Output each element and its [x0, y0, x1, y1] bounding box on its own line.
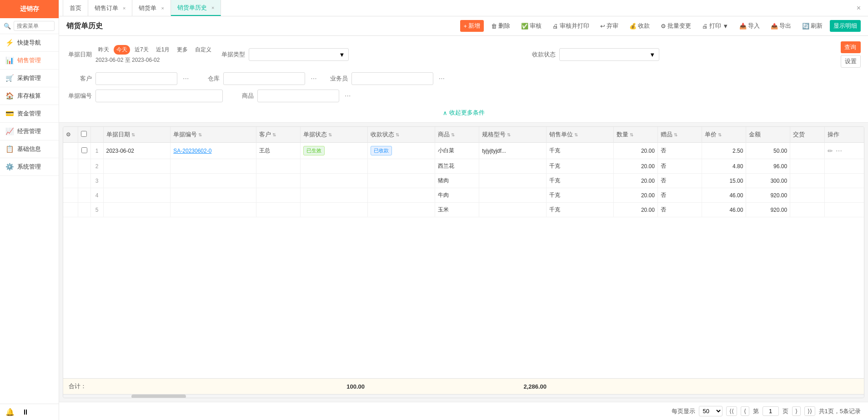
th-gift[interactable]: 赠品 ⇅: [657, 127, 702, 143]
filter-staff-input[interactable]: [351, 72, 433, 85]
sidebar-item-system-mgmt[interactable]: ⚙️ 系统管理: [0, 158, 59, 176]
print-button[interactable]: 🖨 打印 ▼: [698, 20, 732, 32]
sidebar-item-sales-mgmt[interactable]: 📊 销售管理: [0, 52, 59, 70]
page-prev-button[interactable]: ⟨: [741, 406, 749, 416]
td-docno-2[interactable]: [171, 174, 256, 188]
filter-doc-no-input[interactable]: [95, 90, 223, 102]
sort-qty-icon: ⇅: [630, 132, 633, 137]
th-checkbox[interactable]: [78, 127, 90, 143]
date-tag-custom[interactable]: 自定义: [192, 45, 214, 55]
filter-goods-input[interactable]: [257, 90, 339, 102]
td-docno-4[interactable]: [171, 203, 256, 217]
th-doc-no[interactable]: 单据编号 ⇅: [171, 127, 256, 143]
date-tag-7days[interactable]: 近7天: [132, 45, 151, 55]
td-trade-2: [790, 174, 825, 188]
collapse-button[interactable]: ∧ 收起更多条件: [66, 107, 861, 120]
th-doc-status[interactable]: 单据状态 ⇅: [301, 127, 368, 143]
sidebar-item-quick-nav[interactable]: ⚡ 快捷导航: [0, 34, 59, 52]
refresh-button[interactable]: 🔄 刷新: [798, 20, 826, 32]
date-tag-today[interactable]: 今天: [114, 45, 130, 55]
filter-pay-status-select[interactable]: ▼: [559, 48, 659, 61]
delete-button[interactable]: 🗑 删除: [487, 20, 514, 32]
filter-pay-status-arrow: ▼: [649, 51, 655, 58]
discard-button[interactable]: ↩ 弃审: [597, 20, 622, 32]
th-customer[interactable]: 客户 ⇅: [256, 127, 301, 143]
td-goods-3: 牛肉: [435, 188, 479, 203]
td-docno-1[interactable]: [171, 159, 256, 174]
sidebar-item-purchase-mgmt[interactable]: 🛒 采购管理: [0, 70, 59, 87]
th-price[interactable]: 单价 ⇅: [702, 127, 746, 143]
page-next-button[interactable]: ⟩: [792, 406, 801, 416]
td-date-3: [103, 188, 171, 203]
edit-icon-0[interactable]: ✏: [828, 147, 833, 155]
footer-values: 100.00 2,286.00: [92, 383, 547, 390]
tab-bar-close-all[interactable]: ×: [853, 4, 864, 12]
td-checkbox-3[interactable]: [78, 188, 90, 203]
td-checkbox-4[interactable]: [78, 203, 90, 217]
new-button[interactable]: + 新增: [460, 20, 484, 32]
query-button[interactable]: 查询: [841, 41, 861, 53]
import-button[interactable]: 📥 导入: [736, 20, 763, 32]
notification-icon[interactable]: 🔔: [5, 408, 15, 416]
tab-sales-delivery-close[interactable]: ×: [161, 5, 164, 11]
horizontal-scrollbar[interactable]: [63, 394, 864, 398]
filter-warehouse-dots[interactable]: ···: [311, 75, 316, 83]
filter-doc-type-select[interactable]: ▼: [249, 48, 349, 61]
total-records-label: 共1页，5条记录: [819, 407, 861, 415]
filter-customer-dots[interactable]: ···: [183, 75, 189, 83]
filter-warehouse-input[interactable]: [223, 72, 305, 85]
td-checkbox-1[interactable]: [78, 159, 90, 174]
filter-staff-dots[interactable]: ···: [439, 75, 445, 83]
show-detail-button[interactable]: 显示明细: [830, 20, 861, 32]
page-last-button[interactable]: ⟩⟩: [804, 406, 815, 416]
filter-customer-input[interactable]: [95, 72, 177, 85]
sidebar-item-basic-info[interactable]: 📋 基础信息: [0, 140, 59, 158]
audit-button[interactable]: ✅ 审核: [517, 20, 545, 32]
date-tag-more[interactable]: 更多: [174, 45, 191, 55]
per-page-select[interactable]: 50 100 200: [699, 406, 722, 416]
sidebar-item-inventory[interactable]: 🏠 库存核算: [0, 87, 59, 105]
search-icon: 🔍: [4, 23, 11, 30]
th-date[interactable]: 单据日期 ⇅: [103, 127, 171, 143]
tab-sales-history-close[interactable]: ×: [211, 5, 214, 10]
sidebar-search-bar[interactable]: 🔍: [0, 18, 59, 34]
td-checkbox-0[interactable]: [78, 143, 90, 159]
tab-sales-delivery[interactable]: 销货单 ×: [132, 0, 171, 16]
audit-print-button[interactable]: 🖨 审核并打印: [549, 20, 593, 32]
th-gear[interactable]: ⚙: [63, 127, 78, 143]
tab-sales-order[interactable]: 销售订单 ×: [88, 0, 132, 16]
th-spec[interactable]: 规格型号 ⇅: [479, 127, 547, 143]
batch-change-button[interactable]: ⚙ 批量变更: [657, 20, 695, 32]
filter-goods-dots[interactable]: ···: [345, 92, 351, 100]
tab-home[interactable]: 首页: [63, 0, 88, 16]
date-tag-1month[interactable]: 近1月: [153, 45, 173, 55]
table-scroll-area[interactable]: ⚙ 单据日期 ⇅: [63, 127, 864, 378]
page-first-button[interactable]: ⟨⟨: [726, 406, 737, 416]
td-docno-0[interactable]: SA-20230602-0: [171, 143, 256, 159]
tab-sales-order-close[interactable]: ×: [123, 5, 125, 11]
th-pay-status[interactable]: 收款状态 ⇅: [368, 127, 435, 143]
td-docno-3[interactable]: [171, 188, 256, 203]
th-qty[interactable]: 数量 ⇅: [613, 127, 657, 143]
settings-filter-button[interactable]: 设置: [841, 55, 861, 68]
sidebar-search-input[interactable]: [14, 21, 55, 31]
filter-goods: 商品 ···: [228, 90, 351, 102]
td-action-2: [824, 174, 864, 188]
scrollbar-thumb[interactable]: [131, 395, 186, 398]
td-unit-4: 千克: [546, 203, 613, 217]
pause-icon[interactable]: ⏸: [22, 408, 29, 416]
export-button[interactable]: 📤 导出: [767, 20, 795, 32]
th-unit[interactable]: 销售单位 ⇅: [546, 127, 613, 143]
sidebar-item-fund-mgmt[interactable]: 💳 资金管理: [0, 105, 59, 123]
date-tag-yesterday[interactable]: 昨天: [95, 45, 112, 55]
select-all-checkbox[interactable]: [81, 131, 87, 137]
sidebar-item-operations[interactable]: 📈 经营管理: [0, 123, 59, 140]
tab-sales-history[interactable]: 销货单历史 ×: [171, 0, 221, 16]
td-checkbox-2[interactable]: [78, 174, 90, 188]
td-paystatus-1: [368, 159, 435, 174]
more-icon-0[interactable]: ⋯: [836, 147, 842, 155]
page-input[interactable]: 1: [763, 406, 779, 416]
collect-button[interactable]: 💰 收款: [626, 20, 653, 32]
th-goods[interactable]: 商品 ⇅: [435, 127, 479, 143]
doc-no-link-0[interactable]: SA-20230602-0: [173, 148, 211, 154]
